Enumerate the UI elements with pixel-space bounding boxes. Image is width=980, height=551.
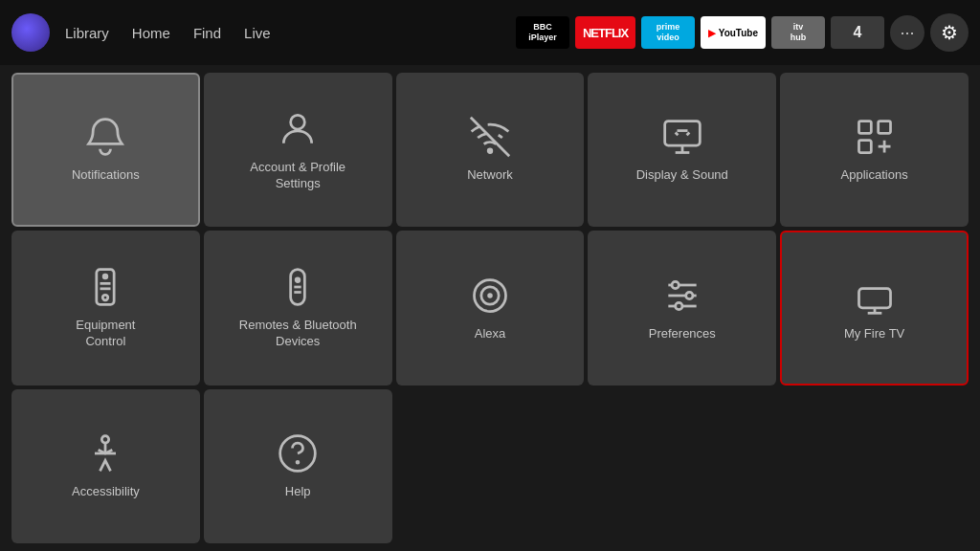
fire-tv-icon [854,275,896,317]
grid-item-help[interactable]: Help [204,389,392,543]
grid-item-my-fire-tv[interactable]: My Fire TV [780,231,969,385]
svg-point-22 [685,292,692,298]
notifications-label: Notifications [72,167,140,184]
account-icon [277,108,319,150]
app-ch4[interactable]: 4 [831,16,884,49]
more-button[interactable]: ··· [890,15,924,50]
accessibility-icon [84,432,126,474]
app-bbc[interactable]: BBCiPlayer [516,16,569,49]
nav-find[interactable]: Find [193,25,221,41]
applications-icon [854,116,896,158]
avatar[interactable] [11,13,50,52]
grid-item-account[interactable]: Account & Profile Settings [204,73,392,227]
nav-library[interactable]: Library [65,25,109,41]
grid-item-network[interactable]: Network [396,73,585,227]
svg-point-21 [672,281,679,288]
grid-item-notifications[interactable]: Notifications [11,73,200,227]
svg-rect-2 [664,121,700,146]
grid-item-preferences[interactable]: Preferences [588,231,776,385]
alexa-icon [469,275,511,317]
display-sound-label: Display & Sound [636,167,728,184]
network-icon [469,116,511,158]
svg-point-7 [104,275,108,278]
top-nav: Library Home Find Live BBCiPlayer NETFLI… [0,0,980,65]
bell-icon [84,116,126,158]
grid-item-display-sound[interactable]: Display & Sound [588,73,776,227]
accessibility-label: Accessibility [72,484,140,500]
grid-item-accessibility[interactable]: Accessibility [11,389,200,543]
grid-item-alexa[interactable]: Alexa [396,231,585,385]
help-label: Help [285,484,311,500]
settings-button[interactable]: ⚙ [930,13,969,52]
svg-rect-24 [858,288,890,307]
settings-grid: Notifications Account & Profile Settings… [0,65,980,551]
nav-live[interactable]: Live [244,25,271,41]
remote-icon [277,266,319,308]
svg-rect-3 [858,121,871,134]
network-label: Network [467,167,513,184]
my-fire-tv-label: My Fire TV [844,326,904,342]
svg-point-30 [297,461,299,463]
svg-point-17 [487,293,493,298]
app-prime[interactable]: primevideo [641,16,695,49]
alexa-label: Alexa [475,326,506,342]
svg-point-27 [102,436,109,443]
preferences-label: Preferences [649,326,716,342]
grid-item-equipment-control[interactable]: Equipment Control [11,231,200,385]
app-youtube[interactable]: ▶ YouTube [701,16,766,49]
svg-rect-4 [878,121,890,134]
remotes-label: Remotes & Bluetooth Devices [239,318,357,350]
grid-item-applications[interactable]: Applications [780,73,969,227]
display-sound-icon [661,116,703,158]
svg-point-12 [296,278,300,282]
streaming-apps: BBCiPlayer NETFLIX primevideo ▶ YouTube … [516,13,969,52]
nav-links: Library Home Find Live [65,25,271,41]
help-icon [277,432,319,474]
applications-label: Applications [841,167,908,184]
account-label: Account & Profile Settings [250,160,345,192]
equipment-control-label: Equipment Control [76,318,135,350]
app-netflix[interactable]: NETFLIX [575,16,635,49]
svg-point-23 [675,302,681,309]
equipment-icon [84,266,126,308]
svg-rect-5 [858,141,871,153]
svg-point-1 [488,149,492,153]
svg-point-10 [103,295,109,300]
app-itv[interactable]: itvhub [771,16,825,49]
preferences-icon [661,275,703,317]
grid-item-remotes[interactable]: Remotes & Bluetooth Devices [204,231,392,385]
svg-point-0 [291,115,305,129]
nav-home[interactable]: Home [132,25,170,41]
